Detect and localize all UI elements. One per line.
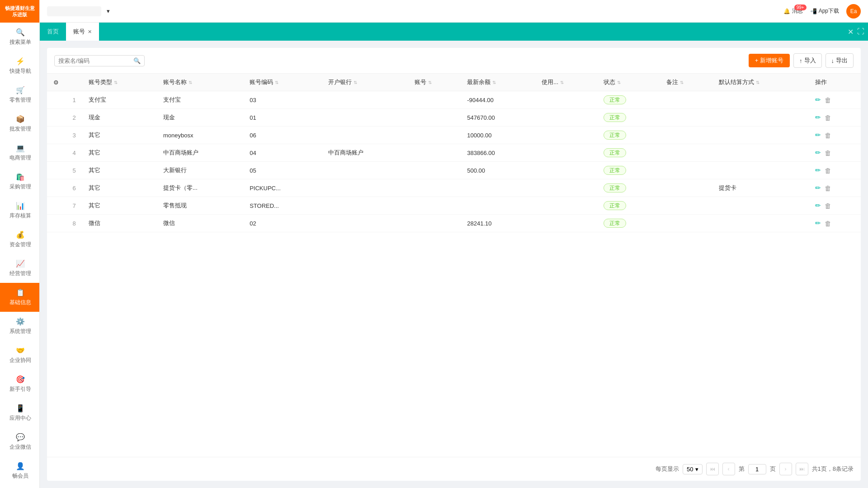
row-code: 04 <box>244 144 323 162</box>
sidebar-item-search[interactable]: 🔍 搜索菜单 <box>0 23 39 52</box>
delete-button[interactable]: 🗑 <box>825 220 831 227</box>
delete-button[interactable]: 🗑 <box>825 131 831 139</box>
row-bank <box>323 215 409 232</box>
row-name: 提货卡（零... <box>158 179 244 197</box>
th-account[interactable]: 账号⇅ <box>409 74 462 91</box>
sidebar-item-label: 企业协同 <box>9 357 31 364</box>
th-bank[interactable]: 开户银行⇅ <box>323 74 409 91</box>
th-name[interactable]: 账号名称⇅ <box>158 74 244 91</box>
edit-button[interactable]: ✏ <box>815 184 821 192</box>
th-usage[interactable]: 使用...⇅ <box>536 74 598 91</box>
th-default-settlement[interactable]: 默认结算方式⇅ <box>713 74 810 91</box>
sidebar-item-label: 库存核算 <box>9 212 31 220</box>
edit-button[interactable]: ✏ <box>815 202 821 210</box>
sidebar-item-finance[interactable]: 💰 资金管理 <box>0 225 39 254</box>
sidebar-item-ecommerce[interactable]: 💻 电商管理 <box>0 138 39 167</box>
row-status: 正常 <box>598 162 661 179</box>
row-status: 正常 <box>598 215 661 232</box>
th-type[interactable]: 账号类型⇅ <box>83 74 158 91</box>
sidebar-item-system[interactable]: ⚙️ 系统管理 <box>0 312 39 341</box>
sidebar-item-quick-nav[interactable]: ⚡ 快捷导航 <box>0 52 39 80</box>
edit-button[interactable]: ✏ <box>815 131 821 139</box>
row-balance: 500.00 <box>462 162 536 179</box>
tab-bar-close-icon[interactable]: ✕ <box>848 28 854 36</box>
sidebar-item-app-center[interactable]: 📱 应用中心 <box>0 399 39 427</box>
row-bank <box>323 162 409 179</box>
page-size-select[interactable]: 50 ▾ <box>683 464 702 474</box>
th-index <box>65 74 83 91</box>
sidebar-item-purchase[interactable]: 🛍️ 采购管理 <box>0 167 39 196</box>
top-search-box[interactable] <box>47 6 101 16</box>
row-type: 其它 <box>83 162 158 179</box>
sidebar-item-enterprise[interactable]: 🤝 企业协同 <box>0 341 39 370</box>
row-usage <box>536 109 598 127</box>
tab-home[interactable]: 首页 <box>40 23 66 41</box>
delete-button[interactable]: 🗑 <box>825 202 831 210</box>
delete-button[interactable]: 🗑 <box>825 96 831 104</box>
import-button[interactable]: ↑ 导入 <box>793 53 822 68</box>
delete-button[interactable]: 🗑 <box>825 167 831 174</box>
delete-button[interactable]: 🗑 <box>825 184 831 192</box>
search-input[interactable] <box>58 57 131 64</box>
row-usage <box>536 91 598 109</box>
row-remark <box>661 215 713 232</box>
row-account <box>409 179 462 197</box>
row-balance <box>462 179 536 197</box>
page-size-label: 每页显示 <box>656 465 679 473</box>
user-avatar[interactable]: Ea <box>846 4 861 19</box>
th-balance[interactable]: 最新余额⇅ <box>462 74 536 91</box>
sidebar-item-enterprise-wechat[interactable]: 💬 企业微信 <box>0 427 39 456</box>
header-dropdown[interactable]: ▾ <box>107 8 110 14</box>
status-badge: 正常 <box>604 166 626 175</box>
sidebar-item-label: 经营管理 <box>9 270 31 277</box>
next-page-button[interactable]: › <box>779 463 792 475</box>
edit-button[interactable]: ✏ <box>815 113 821 122</box>
sidebar-item-wholesale[interactable]: 📦 批发管理 <box>0 109 39 138</box>
tab-account[interactable]: 账号 ✕ <box>66 23 99 41</box>
row-status: 正常 <box>598 91 661 109</box>
sidebar-item-business[interactable]: 📈 经营管理 <box>0 254 39 283</box>
row-settings <box>47 162 65 179</box>
action-buttons: ✏ 🗑 <box>815 149 855 157</box>
page-label: 第 <box>739 465 745 473</box>
app-download-button[interactable]: 📲 App下载 <box>810 7 839 15</box>
tab-close-icon[interactable]: ✕ <box>88 29 92 35</box>
edit-button[interactable]: ✏ <box>815 96 821 104</box>
row-remark <box>661 179 713 197</box>
row-bank <box>323 127 409 144</box>
row-default-settlement <box>713 197 810 215</box>
th-remark[interactable]: 备注⇅ <box>661 74 713 91</box>
edit-button[interactable]: ✏ <box>815 166 821 174</box>
retail-icon: 🛒 <box>16 86 25 94</box>
top-header: ▾ 🔔 消息 99+ 📲 App下载 Ea <box>40 0 868 23</box>
search-box[interactable]: 🔍 <box>54 55 145 66</box>
delete-button[interactable]: 🗑 <box>825 114 831 122</box>
edit-button[interactable]: ✏ <box>815 149 821 157</box>
tab-bar-expand-icon[interactable]: ⛶ <box>857 28 864 36</box>
prev-page-button[interactable]: ‹ <box>722 463 735 475</box>
sidebar-item-inventory[interactable]: 📊 库存核算 <box>0 196 39 225</box>
action-buttons: ✏ 🗑 <box>815 219 855 227</box>
edit-button[interactable]: ✏ <box>815 219 821 227</box>
th-code[interactable]: 账号编码⇅ <box>244 74 323 91</box>
sidebar-item-guide[interactable]: 🎯 新手引导 <box>0 370 39 399</box>
th-settings[interactable]: ⚙ <box>47 74 65 91</box>
row-type: 其它 <box>83 144 158 162</box>
delete-button[interactable]: 🗑 <box>825 149 831 157</box>
sort-icon-account: ⇅ <box>428 80 432 85</box>
sidebar-item-retail[interactable]: 🛒 零售管理 <box>0 80 39 109</box>
export-icon: ↓ <box>831 57 835 64</box>
sidebar-item-basic-info[interactable]: 📋 基础信息 <box>0 283 39 312</box>
row-index: 1 <box>65 91 83 109</box>
export-button[interactable]: ↓ 导出 <box>826 53 854 68</box>
page-input[interactable] <box>748 464 766 474</box>
th-status[interactable]: 状态⇅ <box>598 74 661 91</box>
first-page-button[interactable]: ⏮ <box>706 463 719 475</box>
top-search-input[interactable] <box>52 8 97 14</box>
sidebar-item-member[interactable]: 👤 畅会员 <box>0 456 39 485</box>
add-account-button[interactable]: + 新增账号 <box>749 54 790 67</box>
notification-button[interactable]: 🔔 消息 99+ <box>783 7 803 15</box>
table-row: 5 其它 大新银行 05 500.00 正常 ✏ 🗑 <box>47 162 861 179</box>
last-page-button[interactable]: ⏭ <box>796 463 808 475</box>
sidebar: 畅捷通财生意 乐进版 🔍 搜索菜单 ⚡ 快捷导航 🛒 零售管理 📦 批发管理 💻… <box>0 0 40 488</box>
